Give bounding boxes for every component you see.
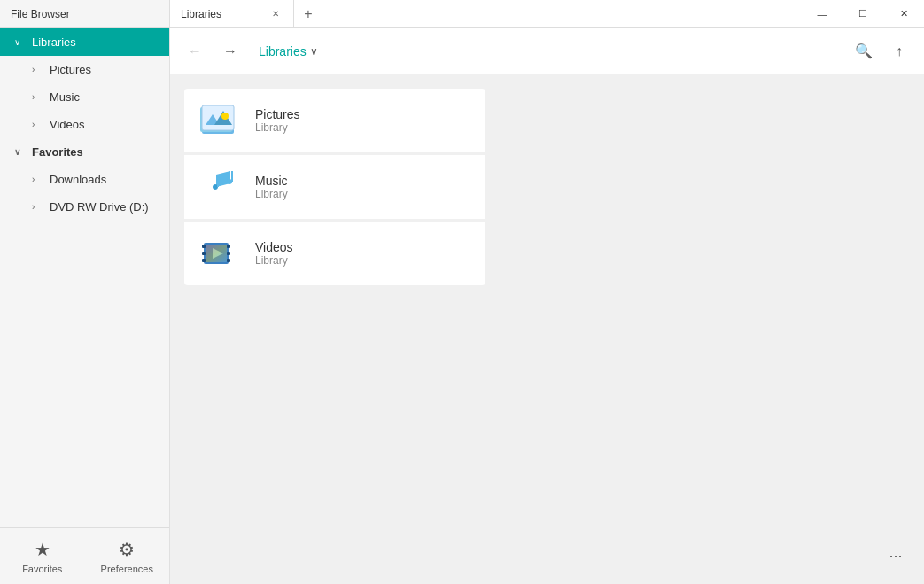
up-button[interactable]: ↑ [885,37,913,66]
chevron-right-icon: › [32,92,43,102]
more-button[interactable]: ··· [881,541,910,570]
app-name-label: File Browser [11,8,70,20]
more-icon: ··· [889,547,902,565]
videos-info: Videos Library [255,240,293,267]
sidebar-videos-label: Videos [50,118,85,131]
sidebar-item-favorites[interactable]: ∨ Favorites [0,138,169,166]
sidebar-preferences-button[interactable]: ⚙ Preferences [85,528,170,584]
pictures-icon [198,99,241,142]
breadcrumb[interactable]: Libraries ∨ [252,41,325,62]
minimize-button[interactable]: — [802,0,842,28]
pictures-name: Pictures [255,107,300,121]
music-name: Music [255,174,288,188]
main-container: ∨ Libraries › Pictures › Music › Videos … [0,28,924,584]
window-controls: — ☐ ✕ [802,0,924,28]
library-card-music[interactable]: Music Library [184,155,485,220]
back-icon: ← [188,43,202,59]
sidebar-item-downloads[interactable]: › Downloads [0,166,169,193]
sidebar-favorites-bottom-label: Favorites [22,564,62,574]
sidebar-downloads-label: Downloads [50,173,106,186]
svg-rect-13 [227,252,230,255]
svg-rect-11 [202,259,206,262]
back-button[interactable]: ← [181,37,209,66]
music-type: Library [255,188,288,200]
music-info: Music Library [255,174,288,200]
gear-icon: ⚙ [119,539,135,560]
sidebar-favorites-label: Favorites [32,145,83,159]
sidebar-item-dvd[interactable]: › DVD RW Drive (D:) [0,193,169,221]
sidebar-pictures-label: Pictures [50,63,91,76]
videos-name: Videos [255,240,293,254]
app-name: File Browser [0,0,170,27]
svg-rect-14 [227,259,230,262]
svg-rect-16 [206,245,227,262]
videos-icon [198,232,241,275]
nav-bar: ← → Libraries ∨ 🔍 ↑ [170,28,924,74]
chevron-right-icon: › [32,120,43,129]
titlebar: File Browser Libraries ✕ + — ☐ ✕ [0,0,924,28]
tab-bar: Libraries ✕ + [170,0,802,27]
content-wrapper: Pictures Library [170,74,924,584]
sidebar-favorites-button[interactable]: ★ Favorites [0,528,85,584]
breadcrumb-label: Libraries [259,44,307,58]
close-button[interactable]: ✕ [883,0,924,28]
forward-button[interactable]: → [216,37,245,66]
sidebar-dvd-label: DVD RW Drive (D:) [50,200,149,214]
pictures-info: Pictures Library [255,107,300,134]
sidebar-libraries-label: Libraries [32,35,76,49]
sidebar-bottom: ★ Favorites ⚙ Preferences [0,527,169,584]
pictures-type: Library [255,121,300,134]
chevron-right-icon: › [32,65,43,74]
tab-libraries[interactable]: Libraries ✕ [170,0,294,27]
sidebar: ∨ Libraries › Pictures › Music › Videos … [0,28,170,584]
svg-rect-2 [202,105,234,130]
sidebar-item-pictures[interactable]: › Pictures [0,56,169,83]
sidebar-music-label: Music [50,90,80,104]
maximize-button[interactable]: ☐ [842,0,883,28]
videos-type: Library [255,254,293,267]
tab-close-button[interactable]: ✕ [268,7,283,21]
search-icon: 🔍 [855,43,873,59]
search-button[interactable]: 🔍 [850,37,878,66]
tab-label: Libraries [181,8,221,20]
library-card-pictures[interactable]: Pictures Library [184,89,485,153]
sidebar-item-videos[interactable]: › Videos [0,111,169,138]
chevron-right-icon: › [32,175,43,184]
sidebar-preferences-label: Preferences [101,564,153,574]
svg-point-5 [221,113,229,120]
star-icon: ★ [35,539,50,560]
forward-icon: → [223,43,237,59]
chevron-down-icon: ∨ [14,37,25,47]
chevron-right-icon: › [32,202,43,212]
sidebar-item-libraries[interactable]: ∨ Libraries [0,28,169,56]
svg-rect-10 [202,252,206,255]
svg-rect-12 [227,245,230,248]
music-icon [198,166,241,208]
sidebar-item-music[interactable]: › Music [0,83,169,111]
library-grid: Pictures Library [170,74,924,300]
svg-rect-9 [202,245,206,248]
up-icon: ↑ [896,43,903,59]
breadcrumb-chevron-icon: ∨ [310,45,318,58]
new-tab-button[interactable]: + [294,0,322,27]
content-area: ← → Libraries ∨ 🔍 ↑ [170,28,924,584]
sidebar-nav: ∨ Libraries › Pictures › Music › Videos … [0,28,169,527]
chevron-down-icon: ∨ [14,147,25,157]
library-card-videos[interactable]: Videos Library [184,222,485,285]
